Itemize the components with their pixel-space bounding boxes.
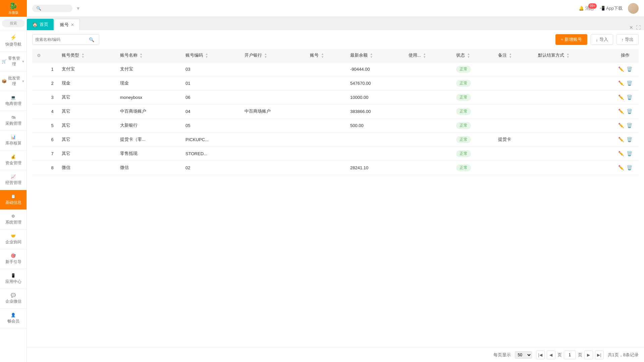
delete-icon[interactable]: 🗑️ [627, 137, 632, 142]
sidebar-item-basic[interactable]: 📋 基础信息 [0, 190, 26, 210]
sidebar-item-member[interactable]: 👤 畅会员 [0, 309, 26, 328]
th-code[interactable]: 账号编码 ▲▼ [183, 49, 242, 62]
th-usage[interactable]: 使用... ▲▼ [406, 49, 453, 62]
sidebar-item-finance[interactable]: 💰 资金管理 [0, 150, 26, 170]
sidebar-item-retail[interactable]: 🛒 零售管理 ▼ [0, 52, 26, 71]
tab-account[interactable]: 账号 ✕ [54, 19, 80, 30]
th-remark[interactable]: 备注 ▲▼ [495, 49, 536, 62]
row-actions: ✏️ 🗑️ [612, 62, 639, 76]
tab-close-icon[interactable]: ✕ [71, 22, 74, 27]
sort-icon: ▲▼ [423, 53, 426, 59]
sidebar-item-shortcut[interactable]: ⚡ 快捷导航 [0, 30, 26, 52]
app-logo: 🐉 乐微版 [0, 0, 27, 17]
sort-icon: ▲▼ [82, 53, 85, 59]
next-page-btn[interactable]: ▶ [584, 351, 593, 359]
row-balance: 383866.00 [347, 104, 406, 118]
sidebar-item-appcenter[interactable]: 📱 应用中心 [0, 269, 26, 289]
edit-icon[interactable]: ✏️ [618, 165, 624, 170]
row-settings [32, 146, 46, 161]
sidebar-item-inventory[interactable]: 📊 库存核算 [0, 131, 26, 150]
th-type[interactable]: 账号类型 ▲▼ [59, 49, 117, 62]
search-box-mini[interactable]: 搜索 [2, 19, 25, 27]
edit-icon[interactable]: ✏️ [618, 66, 624, 72]
status-badge: 正常 [456, 164, 471, 171]
sidebar-item-wechat[interactable]: 💬 企业微信 [0, 289, 26, 309]
delete-icon[interactable]: 🗑️ [627, 123, 632, 128]
sidebar-item-label: 畅会员 [7, 318, 19, 324]
top-search-box[interactable]: 🔍 [32, 5, 72, 12]
search-input[interactable] [35, 37, 89, 42]
toolbar-right: + 新增账号 ↓ 导入 ↑ 导出 [555, 34, 639, 45]
row-usage [406, 132, 453, 146]
row-usage [406, 62, 453, 76]
sidebar-item-purchase[interactable]: 🛍 采购管理 [0, 111, 26, 131]
row-settings [32, 62, 46, 76]
th-settlement[interactable]: 默认结算方式 ▲▼ [535, 49, 612, 62]
search-box[interactable]: 🔍 [32, 34, 99, 45]
edit-icon[interactable]: ✏️ [618, 95, 624, 100]
status-badge: 正常 [456, 94, 471, 101]
delete-icon[interactable]: 🗑️ [627, 109, 632, 114]
settings-icon[interactable]: ⚙ [37, 53, 41, 58]
th-account[interactable]: 账号 ▲▼ [307, 49, 347, 62]
row-actions: ✏️ 🗑️ [612, 161, 639, 175]
system-icon: ⚙ [11, 214, 15, 219]
sidebar-item-label: 经营管理 [5, 180, 21, 186]
row-code: STORED... [183, 146, 242, 161]
delete-icon[interactable]: 🗑️ [627, 165, 632, 170]
sidebar-item-system[interactable]: ⚙ 系统管理 [0, 210, 26, 230]
add-account-button[interactable]: + 新增账号 [555, 34, 587, 45]
delete-icon[interactable]: 🗑️ [627, 80, 632, 86]
home-icon: 🏠 [32, 22, 38, 27]
edit-icon[interactable]: ✏️ [618, 151, 624, 156]
delete-icon[interactable]: 🗑️ [627, 95, 632, 100]
edit-icon[interactable]: ✏️ [618, 109, 624, 114]
delete-icon[interactable]: 🗑️ [627, 66, 632, 72]
th-balance[interactable]: 最新余额 ▲▼ [347, 49, 406, 62]
row-actions: ✏️ 🗑️ [612, 118, 639, 132]
tab-account-label: 账号 [60, 22, 69, 28]
last-page-btn[interactable]: ▶| [595, 351, 604, 359]
row-num: 5 [46, 118, 59, 132]
edit-icon[interactable]: ✏️ [618, 137, 624, 142]
export-button[interactable]: ↑ 导出 [616, 34, 639, 45]
th-name[interactable]: 账号名称 ▲▼ [117, 49, 183, 62]
page-input[interactable] [564, 351, 576, 359]
th-status[interactable]: 状态 ▲▼ [453, 49, 495, 62]
row-remark [495, 104, 536, 118]
row-actions: ✏️ 🗑️ [612, 90, 639, 104]
row-status: 正常 [453, 90, 495, 104]
sidebar-item-agreement[interactable]: 🤝 企业协同 [0, 230, 26, 249]
first-page-btn[interactable]: |◀ [536, 351, 545, 359]
tab-maximize-btn[interactable]: ⛶ [636, 25, 641, 30]
tab-close-btn[interactable]: ✕ [629, 25, 633, 30]
edit-icon[interactable]: ✏️ [618, 123, 624, 128]
sidebar-item-ecommerce[interactable]: 💻 电商管理 [0, 91, 26, 111]
delete-icon[interactable]: 🗑️ [627, 151, 632, 156]
main-area: 🔍 ▼ 🔔 消息 99+ 📲 App下载 🏠 首页 账号 ✕ [27, 0, 644, 362]
messages-btn[interactable]: 🔔 消息 99+ [579, 5, 594, 11]
sidebar-item-guide[interactable]: 🎯 新手引导 [0, 249, 26, 269]
sidebar-item-operations[interactable]: 📈 经营管理 [0, 170, 26, 190]
row-remark [495, 118, 536, 132]
row-status: 正常 [453, 104, 495, 118]
appcenter-icon: 📱 [11, 273, 16, 278]
table-header-row: ⚙ 账号类型 ▲▼ 账号名称 ▲▼ 账号编码 ▲▼ [32, 49, 639, 62]
app-download-btn[interactable]: 📲 App下载 [599, 5, 623, 11]
search-submit-icon[interactable]: 🔍 [89, 37, 94, 42]
sidebar-item-label: 资金管理 [5, 160, 21, 166]
tab-home[interactable]: 🏠 首页 [27, 19, 54, 30]
edit-icon[interactable]: ✏️ [618, 80, 624, 86]
th-bank[interactable]: 开户银行 ▲▼ [242, 49, 307, 62]
page-size-select[interactable]: 50 100 [515, 351, 532, 359]
import-button[interactable]: ↓ 导入 [591, 34, 613, 45]
sidebar-item-label: 采购管理 [5, 121, 21, 126]
row-settlement [535, 104, 612, 118]
page-label: 页 [557, 352, 562, 358]
dropdown-icon[interactable]: ▼ [76, 6, 80, 11]
user-avatar[interactable] [628, 3, 639, 14]
page-of-label: 页 [578, 352, 582, 358]
sidebar-item-wholesale[interactable]: 📦 批发管理 ▼ [0, 71, 26, 91]
sidebar-item-search[interactable]: 搜索 [0, 17, 26, 30]
prev-page-btn[interactable]: ◀ [547, 351, 555, 359]
